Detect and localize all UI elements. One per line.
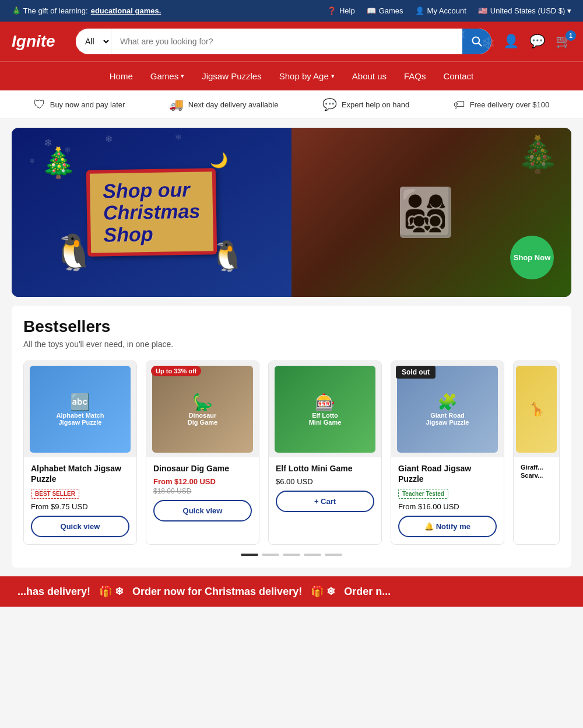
search-bar: All	[76, 29, 491, 54]
nav-about[interactable]: About us	[352, 71, 387, 81]
search-input[interactable]	[111, 29, 462, 54]
footer-center-text: Order now for Christmas delivery!	[132, 586, 302, 598]
tag-icon: 🏷	[454, 98, 465, 111]
product-card-giant-road: Sold out 🧩 Giant RoadJigsaw Puzzle Giant…	[391, 360, 504, 545]
benefit-free-delivery: 🏷 Free delivery over $100	[454, 98, 550, 111]
product-info-elf-lotto: Elf Lotto Mini Game $6.00 USD + Cart	[269, 457, 381, 519]
announcement-right: ❓ Help 📖 Games 👤 My Account 🇺🇸 United St…	[327, 6, 571, 15]
search-icon	[471, 36, 483, 47]
product-img-alphabet-match: 🔤 Alphabet MatchJigsaw Puzzle	[24, 361, 136, 457]
product-img-inner-dinosaur: 🦕 DinosaurDig Game	[152, 366, 254, 453]
nav-shop-by-age[interactable]: Shop by Age ▾	[279, 71, 335, 81]
product-price-giant-road: From $16.00 USD	[398, 502, 497, 511]
product-img-inner-road: 🧩 Giant RoadJigsaw Puzzle	[397, 366, 498, 453]
tree-decoration-icon: 🎄	[516, 134, 560, 175]
cart-badge: 1	[566, 30, 576, 41]
search-button[interactable]	[462, 29, 491, 54]
moon-icon: 🌙	[210, 152, 228, 169]
sold-out-badge: Sold out	[396, 366, 436, 379]
product-info-giraffe: Giraff... Scarv...	[514, 457, 559, 491]
search-category[interactable]: All	[76, 29, 111, 54]
christmas-tree-icon: 🎄	[40, 146, 76, 180]
product-info-giant-road: Giant Road Jigsaw Puzzle Teacher Tested …	[391, 457, 504, 544]
carousel-dot-2[interactable]	[283, 554, 300, 556]
product-img-dinosaur-dig: Up to 33% off 🦕 DinosaurDig Game	[146, 361, 259, 457]
header-icons: 👤 💬 🛒 1	[503, 34, 571, 49]
product-info-dinosaur-dig: Dinosaur Dig Game From $12.00 USD $18.00…	[146, 457, 259, 528]
footer-banner: ...has delivery! 🎁 ❄ Order now for Chris…	[0, 576, 583, 607]
hero-banner: Shop our Christmas Shop 🐧 🐧 🎄 🌙 👨‍👩‍👧‍👦 …	[12, 128, 571, 297]
nav-home[interactable]: Home	[110, 71, 133, 81]
carousel-dot-4[interactable]	[325, 554, 342, 556]
carousel-dot-1[interactable]	[262, 554, 279, 556]
benefit-buy-now-text: Buy now and pay later	[50, 100, 125, 109]
product-name-dinosaur-dig: Dinosaur Dig Game	[153, 463, 252, 474]
carousel-dots	[23, 554, 560, 556]
product-card-giraffe: 🦒 Giraff... Scarv...	[513, 360, 560, 545]
bestsellers-subtitle: All the toys you'll ever need, in one pl…	[23, 340, 560, 349]
chat-bubble-icon: 💬	[322, 97, 337, 111]
nav-jigsaw[interactable]: Jigsaw Puzzles	[202, 71, 262, 81]
account-icon[interactable]: 👤	[503, 34, 519, 49]
product-name-alphabet-match: Alphabet Match Jigsaw Puzzle	[31, 463, 129, 484]
region-selector[interactable]: 🇺🇸 United States (USD $) ▾	[478, 6, 571, 15]
products-row: 🔤 Alphabet MatchJigsaw Puzzle Alphabet M…	[23, 360, 560, 545]
carousel-dot-0[interactable]	[241, 554, 258, 556]
announcement-left: 🎄 The gift of learning: educational game…	[12, 6, 161, 15]
footer-right-text: Order n...	[344, 586, 391, 598]
chat-icon[interactable]: 💬	[529, 34, 545, 49]
product-name-giraffe: Giraff... Scarv...	[521, 463, 552, 480]
quick-view-button-dinosaur[interactable]: Quick view	[153, 500, 252, 522]
penguin-right-icon: 🐧	[209, 239, 245, 273]
product-price-orig-dinosaur: $18.00 USD	[153, 487, 252, 495]
nav-faqs[interactable]: FAQs	[404, 71, 426, 81]
announcement-text: 🎄 The gift of learning:	[12, 6, 88, 15]
hero-left: Shop our Christmas Shop 🐧 🐧 🎄 🌙	[12, 128, 292, 297]
announcement-link[interactable]: educational games.	[91, 6, 161, 15]
cart-icon[interactable]: 🛒 1	[556, 34, 571, 49]
product-name-giant-road: Giant Road Jigsaw Puzzle	[398, 463, 497, 484]
benefit-delivery: 🚚 Next day delivery available	[169, 97, 279, 111]
penguin-left-icon: 🐧	[52, 232, 96, 273]
product-price-elf-lotto: $6.00 USD	[276, 477, 374, 486]
product-price-sale-dinosaur: From $12.00 USD	[153, 477, 252, 486]
benefit-buy-now: 🛡 Buy now and pay later	[34, 98, 125, 111]
discount-badge-dinosaur: Up to 33% off	[151, 366, 201, 376]
benefits-bar: 🛡 Buy now and pay later 🚚 Next day deliv…	[0, 90, 583, 119]
add-to-cart-button-elf[interactable]: + Cart	[276, 491, 374, 512]
benefit-expert: 💬 Expert help on hand	[322, 97, 409, 111]
shield-icon: 🛡	[34, 98, 45, 111]
logo[interactable]: Ignite	[12, 32, 64, 51]
hero-sign: Shop our Christmas Shop	[86, 168, 217, 257]
bestsellers-section: Bestsellers All the toys you'll ever nee…	[12, 306, 571, 568]
product-card-dinosaur-dig: Up to 33% off 🦕 DinosaurDig Game Dinosau…	[146, 360, 259, 545]
product-info-alphabet-match: Alphabet Match Jigsaw Puzzle BEST SELLER…	[24, 457, 136, 544]
product-price-alphabet-match: From $9.75 USD	[31, 502, 129, 511]
benefit-delivery-text: Next day delivery available	[188, 100, 279, 109]
age-chevron-icon: ▾	[331, 72, 335, 80]
teacher-tested-badge: Teacher Tested	[398, 489, 448, 499]
header: ❄ ❄ ❄ ❄ ❄ Ignite All 👤 💬 🛒 1	[0, 22, 583, 61]
nav-contact[interactable]: Contact	[444, 71, 474, 81]
carousel-dot-3[interactable]	[304, 554, 321, 556]
quick-view-button-alphabet[interactable]: Quick view	[31, 516, 129, 537]
shop-now-button[interactable]: Shop Now	[510, 236, 554, 279]
truck-icon: 🚚	[169, 97, 184, 111]
notify-me-button-giant-road[interactable]: 🔔 Notify me	[398, 516, 497, 537]
product-img-inner-elf: 🎰 Elf LottoMini Game	[275, 366, 376, 453]
family-icon: 👨‍👩‍👧‍👦	[396, 185, 455, 240]
help-link[interactable]: ❓ Help	[327, 6, 355, 15]
bestseller-badge: BEST SELLER	[31, 489, 79, 499]
games-link[interactable]: 📖 Games	[367, 6, 403, 15]
product-img-elf-lotto: 🎰 Elf LottoMini Game	[269, 361, 381, 457]
main-nav: Home Games ▾ Jigsaw Puzzles Shop by Age …	[0, 61, 583, 90]
bestsellers-title: Bestsellers	[23, 317, 560, 336]
announcement-bar: 🎄 The gift of learning: educational game…	[0, 0, 583, 22]
hero-sign-text: Shop our Christmas Shop	[103, 178, 201, 246]
product-img-inner-giraffe: 🦒	[516, 366, 557, 453]
product-card-alphabet-match: 🔤 Alphabet MatchJigsaw Puzzle Alphabet M…	[23, 360, 137, 545]
nav-games[interactable]: Games ▾	[150, 71, 184, 81]
games-chevron-icon: ▾	[181, 72, 184, 80]
product-name-elf-lotto: Elf Lotto Mini Game	[276, 463, 374, 474]
my-account-link[interactable]: 👤 My Account	[415, 6, 466, 15]
